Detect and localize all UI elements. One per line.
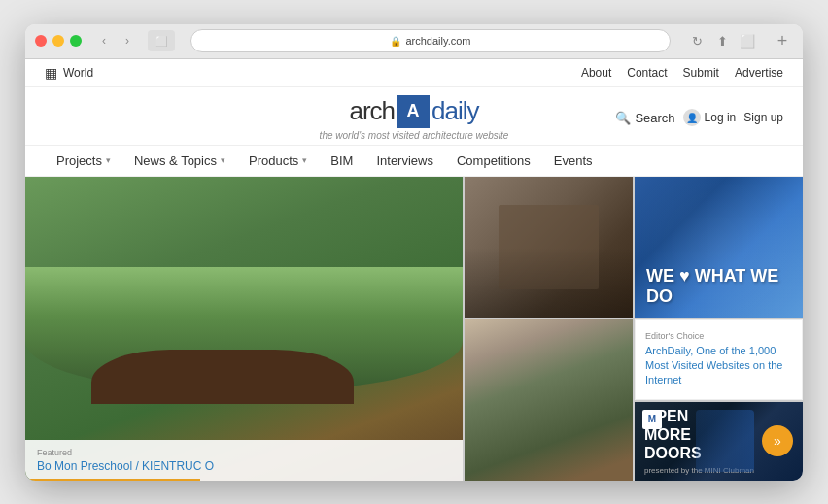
logo-arch-text: arch <box>349 96 395 126</box>
featured-landscape <box>25 177 463 481</box>
maximize-button[interactable] <box>70 35 82 47</box>
reload-button[interactable]: ↻ <box>686 30 707 51</box>
tab-icon[interactable]: ⬜ <box>148 30 175 51</box>
browser-nav: ‹ › <box>93 30 138 51</box>
logo-area: arch daily the world's most visited arch… <box>291 95 536 141</box>
featured-title: Bo Mon Preschool / KIENTRUC O <box>37 459 451 473</box>
grid-bottom-right: Editor's Choice ArchDaily, One of the 1,… <box>635 319 803 481</box>
contact-link[interactable]: Contact <box>627 66 667 80</box>
nav-projects[interactable]: Projects ▾ <box>45 146 122 176</box>
login-label: Log in <box>705 111 737 124</box>
user-avatar-icon: 👤 <box>683 109 701 126</box>
featured-label-area: Featured Bo Mon Preschool / KIENTRUC O <box>25 440 463 481</box>
grid-top-right-banner[interactable]: WE ♥ WHAT WE DO <box>635 177 803 318</box>
lock-icon: 🔒 <box>390 36 401 47</box>
logo-box <box>397 95 430 128</box>
nav-competitions[interactable]: Competitions <box>445 146 542 176</box>
nav-events[interactable]: Events <box>542 146 604 176</box>
logo-tagline: the world's most visited architecture we… <box>320 130 509 141</box>
submit-link[interactable]: Submit <box>683 66 719 80</box>
content-grid: Featured Bo Mon Preschool / KIENTRUC O W… <box>25 177 803 481</box>
mini-logo-icon: M <box>642 410 662 429</box>
grid-bottom-center-image[interactable] <box>465 319 633 481</box>
nav-interviews[interactable]: Interviews <box>364 146 445 176</box>
chevron-down-icon: ▾ <box>221 155 225 165</box>
logo-daily-text: daily <box>431 96 478 126</box>
editors-choice-panel[interactable]: Editor's Choice ArchDaily, One of the 1,… <box>635 319 803 400</box>
header-actions: 🔍 Search 👤 Log in Sign up <box>537 109 783 126</box>
open-doors-subtitle: presented by the MINI Clubman <box>644 466 754 475</box>
heart-icon: ♥ <box>679 266 695 286</box>
main-navigation: Projects ▾ News & Topics ▾ Products ▾ BI… <box>25 145 803 177</box>
site-header: arch daily the world's most visited arch… <box>25 87 803 145</box>
browser-titlebar: ‹ › ⬜ 🔒 archdaily.com ↻ ⬆ ⬜ + <box>25 24 803 59</box>
login-button[interactable]: 👤 Log in <box>683 109 737 126</box>
signup-button[interactable]: Sign up <box>743 111 783 124</box>
nav-bim[interactable]: BIM <box>319 146 364 176</box>
world-selector[interactable]: ▦ World <box>45 65 93 81</box>
site-logo[interactable]: arch daily <box>349 95 478 128</box>
about-link[interactable]: About <box>581 66 611 80</box>
we-love-what-we-do-banner: WE ♥ WHAT WE DO <box>635 256 803 318</box>
featured-progress-bar <box>25 479 200 481</box>
search-icon: 🔍 <box>615 111 631 125</box>
world-label: World <box>63 66 93 80</box>
grid-top-center-image[interactable] <box>465 177 633 318</box>
share-button[interactable]: ⬆ <box>711 30 733 51</box>
search-button[interactable]: 🔍 Search <box>615 111 674 125</box>
nav-products[interactable]: Products ▾ <box>237 146 319 176</box>
signup-label: Sign up <box>743 111 783 124</box>
open-doors-banner[interactable]: M OPEN MORE DOORS presented by the MINI … <box>635 402 803 481</box>
nav-items: Projects ▾ News & Topics ▾ Products ▾ BI… <box>45 146 604 176</box>
nav-news-topics[interactable]: News & Topics ▾ <box>122 146 237 176</box>
open-doors-arrow-button[interactable]: » <box>762 425 793 456</box>
featured-main-image[interactable]: Featured Bo Mon Preschool / KIENTRUC O <box>25 177 463 481</box>
back-button[interactable]: ‹ <box>93 30 115 51</box>
chevron-down-icon: ▾ <box>106 155 111 165</box>
browser-window: ‹ › ⬜ 🔒 archdaily.com ↻ ⬆ ⬜ + ▦ World Ab… <box>25 24 803 481</box>
we-love-text: WE ♥ WHAT WE DO <box>646 266 791 308</box>
browser-actions: ↻ ⬆ ⬜ <box>686 30 758 51</box>
chevron-down-icon: ▾ <box>302 155 307 165</box>
zoom-button[interactable]: ⬜ <box>737 30 758 51</box>
editors-choice-tag: Editor's Choice <box>645 331 792 341</box>
featured-tag: Featured <box>37 448 451 457</box>
address-bar[interactable]: 🔒 archdaily.com <box>190 29 671 52</box>
minimize-button[interactable] <box>52 35 64 47</box>
tab-bar: ⬜ <box>148 30 175 51</box>
search-label: Search <box>635 111 674 125</box>
advertise-link[interactable]: Advertise <box>735 66 783 80</box>
close-button[interactable] <box>35 35 47 47</box>
new-tab-button[interactable]: + <box>772 30 793 51</box>
url-text: archdaily.com <box>405 35 470 47</box>
world-icon: ▦ <box>45 65 57 81</box>
forward-button[interactable]: › <box>117 30 138 51</box>
editors-choice-title: ArchDaily, One of the 1,000 Most Visited… <box>645 344 792 388</box>
website-content: ▦ World About Contact Submit Advertise a… <box>25 59 803 481</box>
top-bar: ▦ World About Contact Submit Advertise <box>25 59 803 87</box>
top-links: About Contact Submit Advertise <box>581 66 783 80</box>
